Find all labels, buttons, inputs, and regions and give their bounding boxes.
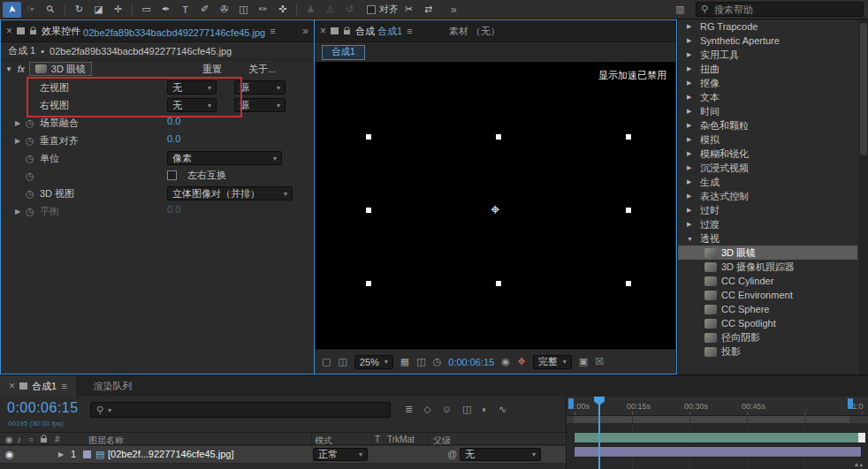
effects-category-simulation[interactable]: ▶模拟 <box>678 132 868 147</box>
layer-handle[interactable] <box>496 281 501 286</box>
footage-tab[interactable]: 素材 （无） <box>449 25 500 38</box>
composition-viewport[interactable]: 显示加速已禁用 ⌖ <box>315 62 675 349</box>
effect-item-radial-shadow[interactable]: 径向阴影 <box>678 330 857 344</box>
layer-handle[interactable] <box>626 134 631 140</box>
stopwatch-icon[interactable]: ◷ <box>26 188 40 200</box>
pan-behind-tool-button[interactable]: ✛ <box>109 2 127 18</box>
camera-tool-button[interactable]: ◪ <box>89 2 108 18</box>
lock-icon[interactable] <box>343 26 351 35</box>
lock-icon[interactable] <box>29 26 37 35</box>
playhead-line[interactable] <box>598 397 600 469</box>
always-preview-icon[interactable]: ▢ <box>322 356 331 367</box>
layer-name[interactable]: [02be2f...92277146cfe45.jpg] <box>108 449 234 459</box>
effect-item-cc-environment[interactable]: CC Environment <box>678 288 857 302</box>
layer-expander-icon[interactable]: ▶ <box>58 450 64 458</box>
right-view-source-dropdown[interactable]: 源▾ <box>234 98 286 112</box>
draft-3d-icon[interactable]: ◇ <box>423 404 430 415</box>
puppet-pin-tool-button[interactable]: ✜ <box>273 2 292 18</box>
close-panel-icon[interactable]: × <box>320 25 326 37</box>
lock-icon[interactable] <box>40 435 48 443</box>
column-parent[interactable]: 父级 <box>433 435 451 447</box>
brush-tool-button[interactable]: ✐ <box>195 2 214 18</box>
effects-category-text[interactable]: ▶文本 <box>678 90 868 104</box>
main-viewer-icon[interactable]: ◫ <box>338 356 346 367</box>
eye-icon[interactable]: ◉ <box>5 435 13 444</box>
effects-category-time[interactable]: ▶时间 <box>678 104 868 118</box>
snap-checkbox[interactable] <box>367 5 376 14</box>
convergence-value[interactable]: 0.0 <box>167 116 180 126</box>
workspace-panel-icon[interactable]: ▥ <box>671 2 689 18</box>
effects-category-keying[interactable]: ▶抠像 <box>678 76 868 90</box>
panel-menu-icon[interactable]: ≡ <box>407 26 412 36</box>
layer-handle[interactable] <box>626 281 631 286</box>
work-area-bar[interactable] <box>567 416 868 423</box>
layer-handle[interactable] <box>366 134 371 140</box>
eye-icon[interactable]: ◉ <box>5 449 14 460</box>
stopwatch-icon[interactable]: ◷ <box>26 117 40 129</box>
swap-left-right-checkbox[interactable] <box>167 170 177 180</box>
breadcrumb-comp[interactable]: 合成 1 <box>8 44 35 57</box>
zoom-tool-button[interactable]: ⚲ <box>42 2 60 18</box>
exchange-tool-button[interactable]: ⇄ <box>419 2 438 18</box>
effect-item-cc-sphere[interactable]: CC Sphere <box>678 302 857 316</box>
effect-controls-tab[interactable]: 效果控件 02be2fa89b334bacbd492277146cfe45.jp… <box>42 25 265 38</box>
timeline-tab-comp1[interactable]: × 合成1 ≡ <box>0 375 76 397</box>
work-area-segment[interactable] <box>574 416 849 423</box>
blend-mode-dropdown[interactable]: 正常▾ <box>313 448 368 461</box>
mask-visibility-icon[interactable]: ◫ <box>416 356 425 367</box>
scrollbar[interactable] <box>859 19 868 374</box>
panel-menu-icon[interactable]: ≡ <box>270 26 275 36</box>
effect-item-cc-spotlight[interactable]: CC Spotlight <box>678 316 857 330</box>
label-color-swatch[interactable] <box>83 450 91 458</box>
column-mode[interactable]: 模式 <box>315 435 332 447</box>
composition-tab[interactable]: 合成 合成1 <box>355 25 402 38</box>
column-trkmat[interactable]: TrkMat <box>387 435 415 444</box>
stopwatch-icon[interactable]: ◷ <box>26 135 40 147</box>
comp-nav-tab[interactable]: 合成1 <box>322 45 365 60</box>
effects-category-blur-sharpen[interactable]: ▶模糊和锐化 <box>678 147 868 161</box>
graph-editor-icon[interactable]: ∿ <box>499 404 506 415</box>
effects-category-utility[interactable]: ▶实用工具 <box>678 48 868 62</box>
grid-guides-icon[interactable]: ▦ <box>400 356 409 367</box>
help-search-box[interactable]: ⚲ <box>696 2 864 17</box>
transparency-grid-icon[interactable]: ☒ <box>595 356 604 367</box>
stopwatch-icon[interactable]: ◷ <box>26 170 40 182</box>
timeline-zoom-icon[interactable]: ▲▴ <box>854 461 863 468</box>
3d-view-dropdown[interactable]: 立体图像对（并排）▾ <box>167 186 293 200</box>
effect-item-3d-camera-tracker[interactable]: 3D 摄像机跟踪器 <box>678 260 857 274</box>
layer-bar-end-cap[interactable] <box>858 433 865 443</box>
channel-icon[interactable]: ❖ <box>517 356 526 367</box>
resolution-dropdown[interactable]: 完整▾ <box>533 355 572 369</box>
layer-handle[interactable] <box>366 208 371 213</box>
work-area-start-handle[interactable] <box>568 398 574 409</box>
timeline-search-box[interactable]: ⚲ ▾ <box>90 402 391 418</box>
effects-category-distort[interactable]: ▶扭曲 <box>678 62 868 76</box>
pen-tool-button[interactable]: ✒ <box>156 2 175 18</box>
solo-icon[interactable]: ○ <box>28 435 34 444</box>
eraser-tool-button[interactable]: ◫ <box>234 2 253 18</box>
column-layer-name[interactable]: 图层名称 <box>88 435 124 447</box>
work-area-end-handle[interactable] <box>848 398 853 409</box>
snapshot-icon[interactable]: ◉ <box>501 356 510 367</box>
layer-duration-bar-green[interactable] <box>574 432 862 443</box>
reset-button[interactable]: 重置 <box>202 63 222 76</box>
parent-dropdown[interactable]: 无▾ <box>460 448 541 461</box>
expander-icon[interactable]: ▶ <box>15 119 26 127</box>
magnification-dropdown[interactable]: 25%▾ <box>354 355 393 369</box>
right-view-dropdown[interactable]: 无▾ <box>167 98 217 112</box>
close-panel-icon[interactable]: × <box>9 380 15 392</box>
column-number[interactable]: # <box>55 435 60 444</box>
effects-category-expression-controls[interactable]: ▶表达式控制 <box>678 189 868 203</box>
layer-duration-bar-purple[interactable] <box>574 446 862 458</box>
selection-tool-button[interactable]: ➤ <box>3 2 21 18</box>
effect-item-cc-cylinder[interactable]: CC Cylinder <box>678 274 857 288</box>
column-t[interactable]: T <box>375 435 380 444</box>
effects-category-obsolete[interactable]: ▶过时 <box>678 203 868 217</box>
close-panel-icon[interactable]: × <box>6 25 12 37</box>
layer-handle[interactable] <box>366 281 371 286</box>
layer-handle[interactable] <box>496 134 501 140</box>
effects-category-transition[interactable]: ▶过渡 <box>678 217 868 231</box>
time-ruler[interactable]: :00s 00:15s 00:30s 00:45s 01:0 <box>567 397 868 416</box>
hand-tool-button[interactable]: ☞ <box>22 2 41 18</box>
current-timecode[interactable]: 0:00:06:15 <box>7 400 79 416</box>
